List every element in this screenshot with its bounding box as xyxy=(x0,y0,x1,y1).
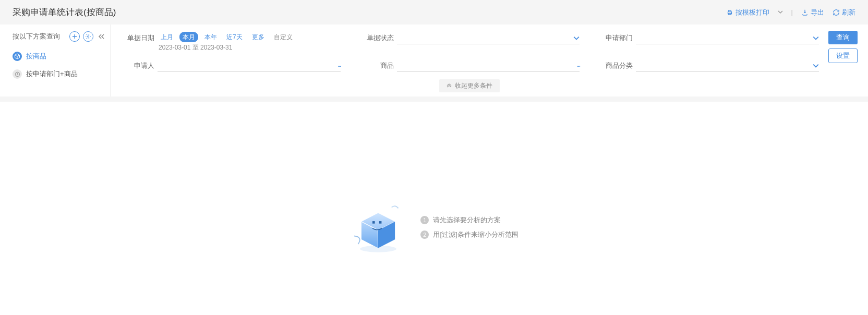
sidebar: 按以下方案查询 按商品 按申请部门+商品 xyxy=(0,25,111,96)
query-button[interactable]: 查询 xyxy=(828,31,858,44)
filter-date-label: 单据日期 xyxy=(120,32,158,44)
svg-rect-6 xyxy=(379,221,382,224)
date-pills: 上月 本月 本年 近7天 更多 自定义 xyxy=(158,32,296,42)
category-select[interactable] xyxy=(636,59,819,72)
date-range-text: 2023-03-01 至 2023-03-31 xyxy=(158,43,232,52)
empty-step-2: 2 用[过滤]条件来缩小分析范围 xyxy=(420,230,518,239)
export-button[interactable]: 导出 xyxy=(801,8,824,17)
empty-illustration-icon xyxy=(349,199,407,256)
date-pill-7days[interactable]: 近7天 xyxy=(223,32,246,42)
step-number-1: 1 xyxy=(420,216,429,224)
plus-icon xyxy=(72,34,77,39)
svg-point-2 xyxy=(88,36,89,38)
sidebar-item-label: 按商品 xyxy=(26,52,46,61)
export-label: 导出 xyxy=(811,8,824,17)
empty-state: 1 请先选择要分析的方案 2 用[过滤]条件来缩小分析范围 xyxy=(349,199,518,256)
filter-category: 商品分类 xyxy=(598,59,819,72)
filter-product: 商品 ··· xyxy=(359,59,580,72)
print-label: 按模板打印 xyxy=(736,8,769,17)
chevron-double-left-icon xyxy=(98,33,105,40)
page-title: 采购申请单统计表(按商品) xyxy=(13,6,116,18)
filter-applicant: 申请人 ··· xyxy=(120,59,341,72)
dept-select[interactable] xyxy=(636,32,819,44)
step-text-2: 用[过滤]条件来缩小分析范围 xyxy=(433,230,518,239)
svg-rect-5 xyxy=(372,221,375,224)
product-input[interactable]: ··· xyxy=(397,59,580,72)
chevron-down-icon xyxy=(573,35,580,41)
filters-panel: 单据日期 上月 本月 本年 近7天 更多 自定义 2023-03-01 至 20… xyxy=(111,25,828,96)
chevron-down-icon xyxy=(813,63,819,69)
date-from: 2023-03-01 xyxy=(159,44,190,51)
refresh-label: 刷新 xyxy=(842,8,855,17)
sidebar-item-label: 按申请部门+商品 xyxy=(26,69,78,79)
settings-button[interactable]: 设置 xyxy=(828,49,858,63)
filter-status: 单据状态 xyxy=(359,32,580,52)
chevron-down-icon xyxy=(813,35,819,41)
action-buttons: 查询 设置 xyxy=(828,25,868,96)
status-select[interactable] xyxy=(397,32,580,44)
sidebar-header: 按以下方案查询 xyxy=(0,30,110,47)
sidebar-item-by-dept-product[interactable]: 按申请部门+商品 xyxy=(0,65,110,83)
date-pill-this-year[interactable]: 本年 xyxy=(201,32,220,42)
filter-dept: 申请部门 xyxy=(598,32,819,52)
filter-category-label: 商品分类 xyxy=(598,59,636,72)
ellipsis-icon: ··· xyxy=(337,62,341,70)
gear-icon xyxy=(85,33,91,40)
step-number-2: 2 xyxy=(420,231,429,239)
filter-dept-label: 申请部门 xyxy=(598,32,636,44)
ellipsis-icon: ··· xyxy=(577,62,580,70)
filter-status-label: 单据状态 xyxy=(359,32,397,44)
date-pill-custom[interactable]: 自定义 xyxy=(271,32,296,42)
date-to: 2023-03-31 xyxy=(200,44,232,51)
chevron-double-up-icon xyxy=(447,83,452,89)
refresh-icon xyxy=(833,9,840,16)
date-pill-this-month[interactable]: 本月 xyxy=(179,32,198,42)
clock-icon xyxy=(13,69,22,79)
divider: | xyxy=(791,8,793,16)
content-area: 1 请先选择要分析的方案 2 用[过滤]条件来缩小分析范围 xyxy=(0,102,868,315)
add-scheme-button[interactable] xyxy=(69,31,80,42)
chevron-down-icon[interactable] xyxy=(778,8,783,16)
header-actions: 按模板打印 | 导出 刷新 xyxy=(726,8,855,17)
cube-icon xyxy=(13,52,22,61)
date-pill-more[interactable]: 更多 xyxy=(249,32,268,42)
refresh-button[interactable]: 刷新 xyxy=(833,8,855,17)
filter-date: 单据日期 上月 本月 本年 近7天 更多 自定义 2023-03-01 至 20… xyxy=(120,32,341,52)
sidebar-item-by-product[interactable]: 按商品 xyxy=(0,47,110,65)
empty-step-1: 1 请先选择要分析的方案 xyxy=(420,215,518,225)
step-text-1: 请先选择要分析的方案 xyxy=(433,215,501,225)
collapse-filters-button[interactable]: 收起更多条件 xyxy=(439,79,500,92)
printer-icon xyxy=(726,9,733,16)
date-sep: 至 xyxy=(192,44,199,51)
print-template-button[interactable]: 按模板打印 xyxy=(726,8,769,17)
collapse-filters-label: 收起更多条件 xyxy=(455,81,492,90)
page-header: 采购申请单统计表(按商品) 按模板打印 | 导出 刷新 xyxy=(0,0,868,23)
export-icon xyxy=(801,9,809,16)
collapse-sidebar-button[interactable] xyxy=(97,31,106,42)
sidebar-title: 按以下方案查询 xyxy=(13,32,60,41)
settings-scheme-button[interactable] xyxy=(83,31,93,42)
applicant-input[interactable]: ··· xyxy=(158,59,341,72)
date-pill-last-month[interactable]: 上月 xyxy=(158,32,176,42)
filter-applicant-label: 申请人 xyxy=(120,59,158,72)
body: 按以下方案查询 按商品 按申请部门+商品 xyxy=(0,25,868,96)
filter-product-label: 商品 xyxy=(359,59,397,72)
